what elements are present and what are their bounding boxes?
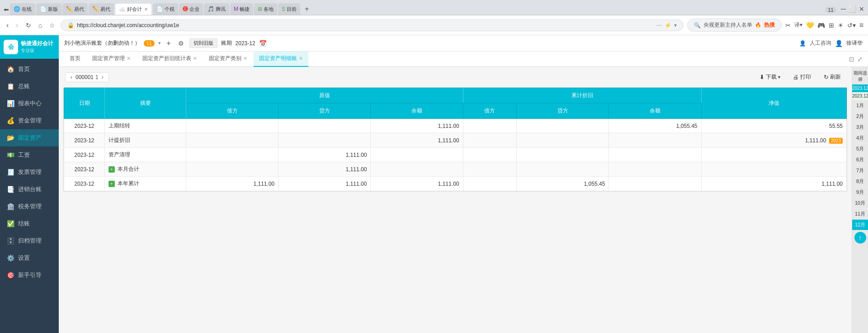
- period-month-4[interactable]: 4月: [852, 133, 868, 144]
- tab-xinban[interactable]: 📄 新版: [36, 3, 61, 15]
- tab-home[interactable]: 首页: [64, 52, 86, 67]
- home-button[interactable]: ⌂: [37, 20, 44, 31]
- username-label[interactable]: 徐译华: [846, 39, 863, 47]
- refresh-button[interactable]: ↻ 刷新: [819, 71, 845, 83]
- dropdown-icon[interactable]: ▾: [674, 22, 677, 28]
- prev-page-btn[interactable]: ‹: [69, 74, 74, 80]
- tab-yidai2[interactable]: ✏️ 易代: [89, 3, 114, 15]
- print-icon: 🖨: [793, 74, 799, 80]
- period-month-6[interactable]: 6月: [852, 155, 868, 165]
- tab-haokuaiji-close[interactable]: ✕: [144, 7, 148, 12]
- calendar-icon[interactable]: 📅: [259, 40, 267, 47]
- tab-fixed-asset-mgmt[interactable]: 固定资产管理 ✕: [87, 52, 136, 67]
- close-account-icon: ✅: [6, 220, 14, 227]
- tab-fixed-asset-mgmt-close[interactable]: ✕: [127, 56, 131, 61]
- col-summary: 摘要: [105, 88, 186, 119]
- tab-depreciation-table[interactable]: 固定资产折旧统计表 ✕: [137, 52, 203, 67]
- settings-icon: ⚙️: [6, 254, 14, 262]
- add-account-button[interactable]: +: [165, 39, 172, 47]
- page-number: 1: [95, 74, 99, 80]
- scissors-icon[interactable]: ✂: [785, 22, 791, 29]
- tab-tengxun[interactable]: 🎵 腾讯: [204, 3, 229, 15]
- sidebar-item-settings[interactable]: ⚙️ 设置: [0, 249, 59, 267]
- tab-depreciation-table-close[interactable]: ✕: [193, 56, 197, 61]
- sidebar-item-tax[interactable]: 🏛️ 税务管理: [0, 198, 59, 215]
- sidebar-item-close-account[interactable]: ✅ 结账: [0, 215, 59, 232]
- grid-icon[interactable]: ⊞: [829, 22, 834, 29]
- url-bar[interactable]: 🔒 https://cloud.chanjet.com/accounting/u…: [61, 19, 684, 31]
- scroll-up-btn[interactable]: ↑: [854, 232, 866, 244]
- cell-net-value: [701, 162, 847, 177]
- tab-asset-category-close[interactable]: ✕: [243, 56, 247, 61]
- tab-changjie[interactable]: M 畅捷: [230, 3, 253, 15]
- tab-asset-detail-ledger-label: 固定资产明细账: [259, 55, 297, 62]
- sidebar-item-home[interactable]: 🏠 首页: [0, 61, 59, 78]
- back-icon[interactable]: ⬅: [4, 6, 9, 13]
- wallet-icon[interactable]: 💛: [806, 22, 814, 29]
- sidebar-item-funds[interactable]: 💰 资金管理: [0, 112, 59, 129]
- cell-accum-debit: [463, 119, 517, 133]
- translate-icon[interactable]: 译▾: [794, 21, 802, 29]
- sidebar-item-archive[interactable]: 🗄️ 归档管理: [0, 232, 59, 249]
- sidebar-item-invoice[interactable]: 🧾 发票管理: [0, 164, 59, 181]
- tab-gedi[interactable]: ⊞ 各地: [254, 3, 277, 15]
- brightness-icon[interactable]: ☀: [838, 22, 844, 29]
- tab-zaixian[interactable]: 🌐 在线: [10, 3, 35, 15]
- sidebar-item-guide[interactable]: 🎯 新手引导: [0, 267, 59, 284]
- tab-asset-detail-ledger-close[interactable]: ✕: [299, 56, 303, 61]
- notification-badge[interactable]: 11: [825, 7, 836, 13]
- period-month-8[interactable]: 8月: [852, 176, 868, 187]
- cell-orig-balance: 1,111.00: [371, 119, 463, 133]
- period-month-1[interactable]: 1月: [852, 100, 868, 111]
- download-button[interactable]: ⬇ 下载 ▾: [755, 71, 785, 83]
- sidebar-item-reports[interactable]: 📊 报表中心: [0, 95, 59, 112]
- next-page-btn[interactable]: ›: [100, 74, 105, 80]
- sidebar-item-close-account-label: 结账: [18, 220, 30, 228]
- back-button[interactable]: ‹: [5, 19, 10, 31]
- period-month-10[interactable]: 10月: [852, 198, 868, 209]
- period-month-3[interactable]: 3月: [852, 122, 868, 133]
- tab-yidai1[interactable]: ✏️ 易代: [62, 3, 88, 15]
- minimize-icon[interactable]: ─: [841, 5, 846, 13]
- tab-haokuaiji[interactable]: ☁️ 好会计 ✕: [115, 3, 152, 15]
- history-back-icon[interactable]: ↺▾: [847, 22, 856, 29]
- period-month-12[interactable]: 12月: [852, 220, 868, 230]
- period-month-5[interactable]: 5月: [852, 144, 868, 155]
- expand-icon[interactable]: ⤢: [857, 56, 863, 63]
- tab-muqian[interactable]: S 目前: [278, 3, 300, 15]
- cell-summary: 资产清理: [105, 148, 186, 162]
- sidebar-item-sales-ledger[interactable]: 📑 进销台账: [0, 181, 59, 198]
- print-button[interactable]: 🖨 打印: [788, 71, 816, 83]
- game-icon[interactable]: 🎮: [817, 22, 825, 29]
- sidebar-item-fixed-assets[interactable]: 📂 固定资产: [0, 129, 59, 146]
- period-month-11[interactable]: 11月: [852, 209, 868, 220]
- menu-icon[interactable]: ≡: [859, 21, 863, 29]
- period-month-2[interactable]: 2月: [852, 111, 868, 122]
- refresh-label: 刷新: [830, 73, 841, 81]
- browser-search-bar[interactable]: 🔍 央视更新主持人名单 🔥 热搜: [687, 19, 782, 32]
- tab-fixed-asset-mgmt-label: 固定资产管理: [92, 55, 125, 62]
- tab-asset-detail-ledger[interactable]: 固定资产明细账 ✕: [254, 52, 308, 67]
- sidebar-item-payroll[interactable]: 💵 工资: [0, 146, 59, 164]
- bookmark-button[interactable]: ☆: [47, 20, 57, 31]
- cell-orig-debit: [186, 119, 278, 133]
- period-year-highlighted[interactable]: 2023.12: [852, 92, 868, 100]
- settings-button[interactable]: ⚙: [176, 40, 186, 47]
- tab-geshuì[interactable]: 📄 个税: [153, 3, 178, 15]
- tab-asset-category[interactable]: 固定资产类别 ✕: [203, 52, 253, 67]
- period-month-7[interactable]: 7月: [852, 165, 868, 176]
- period-year-active[interactable]: 2023.12: [852, 84, 868, 92]
- restore-icon[interactable]: ⊡: [849, 56, 854, 63]
- maximize-icon[interactable]: ⬜: [849, 5, 856, 13]
- sidebar-item-general-ledger[interactable]: 📋 总账: [0, 78, 59, 95]
- customer-service-label[interactable]: 人工咨询: [810, 39, 831, 47]
- dropdown-arrow-icon[interactable]: ▾: [158, 40, 161, 46]
- customer-service-icon: 👤: [799, 40, 806, 47]
- close-icon[interactable]: ✕: [859, 5, 864, 13]
- switch-version-button[interactable]: 切到旧版: [189, 38, 217, 48]
- reload-button[interactable]: ↻: [24, 20, 33, 31]
- tab-qiye[interactable]: 🅒 企业: [179, 3, 203, 15]
- forward-button[interactable]: ›: [14, 19, 20, 31]
- period-month-9[interactable]: 9月: [852, 187, 868, 198]
- new-tab-btn[interactable]: +: [301, 3, 312, 15]
